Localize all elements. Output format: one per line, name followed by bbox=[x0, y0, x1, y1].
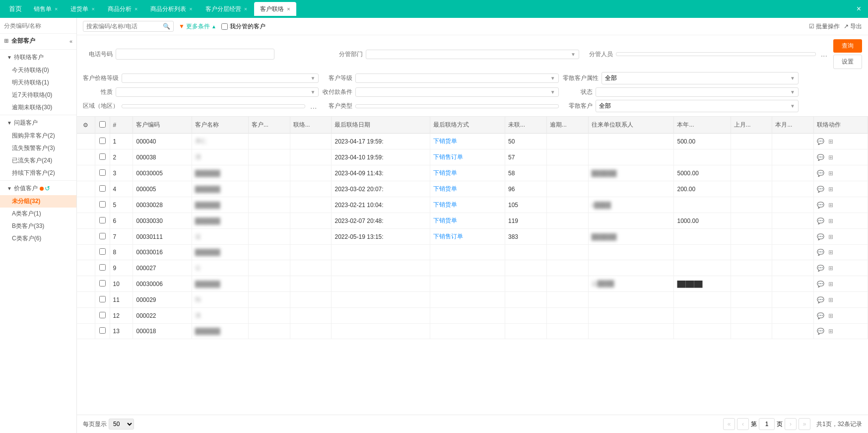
filter-search-icon[interactable]: 🔍 bbox=[163, 23, 170, 30]
grid-action-icon[interactable]: ⊞ bbox=[828, 233, 833, 240]
query-button[interactable]: 查询 bbox=[833, 39, 862, 53]
sidebar-group-value[interactable]: ▼ 价值客户 ↺ bbox=[0, 182, 76, 195]
contact-way-link[interactable]: 下销货单 bbox=[433, 217, 457, 224]
manager-select[interactable] bbox=[616, 52, 816, 56]
status-select[interactable]: ▼ bbox=[596, 87, 799, 97]
row-checkbox[interactable] bbox=[99, 296, 106, 302]
nature-select[interactable]: ▼ bbox=[116, 87, 319, 97]
contact-way-link[interactable]: 下销售订单 bbox=[433, 233, 463, 240]
td-checkbox[interactable] bbox=[95, 260, 110, 276]
grid-action-icon[interactable]: ⊞ bbox=[828, 202, 833, 209]
th-settings[interactable]: ⚙ bbox=[77, 117, 95, 134]
close-product-analysis-tab-icon[interactable]: × bbox=[134, 6, 137, 12]
td-checkbox[interactable] bbox=[95, 197, 110, 213]
sidebar-group-problem[interactable]: ▼ 问题客户 bbox=[0, 116, 76, 130]
sidebar-item-type-c[interactable]: C类客户(6) bbox=[0, 232, 76, 245]
sidebar-item-churned[interactable]: 已流失客户(24) bbox=[0, 154, 76, 167]
message-icon[interactable]: 💬 bbox=[817, 328, 824, 335]
sidebar-all-customers[interactable]: ⊞ 全部客户 « bbox=[0, 34, 76, 48]
nav-tab-sales[interactable]: 销售单 × bbox=[28, 2, 64, 16]
first-page-button[interactable]: « bbox=[723, 418, 735, 430]
message-icon[interactable]: 💬 bbox=[817, 217, 824, 224]
row-checkbox[interactable] bbox=[99, 327, 106, 334]
message-icon[interactable]: 💬 bbox=[817, 265, 824, 272]
customer-type-select[interactable] bbox=[355, 104, 558, 108]
row-checkbox[interactable] bbox=[99, 248, 106, 255]
filter-search-box[interactable]: 🔍 bbox=[83, 21, 174, 32]
grid-action-icon[interactable]: ⊞ bbox=[828, 170, 833, 177]
close-sales-tab-icon[interactable]: × bbox=[55, 6, 58, 12]
settings-icon[interactable]: ⚙ bbox=[83, 122, 88, 129]
sidebar-item-7days-pending[interactable]: 近7天待联络(0) bbox=[0, 89, 76, 101]
close-product-list-tab-icon[interactable]: × bbox=[189, 6, 192, 12]
filter-my-customers[interactable]: 我分管的客户 bbox=[221, 22, 266, 31]
grid-action-icon[interactable]: ⊞ bbox=[828, 281, 833, 288]
last-page-button[interactable]: » bbox=[799, 418, 810, 430]
retail-customer-select[interactable]: 全部 ▼ bbox=[596, 100, 799, 112]
manager-dots[interactable]: ... bbox=[819, 50, 829, 58]
message-icon[interactable]: 💬 bbox=[817, 312, 824, 319]
sidebar-item-type-b[interactable]: B类客户(33) bbox=[0, 220, 76, 232]
td-checkbox[interactable] bbox=[95, 245, 110, 260]
export-button[interactable]: ↗ 导出 bbox=[844, 22, 862, 31]
grid-action-icon[interactable]: ⊞ bbox=[828, 265, 833, 272]
row-checkbox[interactable] bbox=[99, 169, 106, 176]
nav-tab-product-list[interactable]: 商品分析列表 × bbox=[144, 2, 198, 16]
td-checkbox[interactable] bbox=[95, 292, 110, 308]
payment-select[interactable]: ▼ bbox=[355, 87, 558, 97]
td-checkbox[interactable] bbox=[95, 213, 110, 229]
customer-tier-select[interactable]: ▼ bbox=[355, 73, 558, 83]
contact-way-link[interactable]: 下销货单 bbox=[433, 169, 457, 176]
grid-action-icon[interactable]: ⊞ bbox=[828, 296, 833, 303]
phone-input[interactable] bbox=[116, 49, 274, 60]
td-checkbox[interactable] bbox=[95, 276, 110, 292]
sidebar-item-declining[interactable]: 持续下滑客户(2) bbox=[0, 167, 76, 179]
td-checkbox[interactable] bbox=[95, 324, 110, 339]
contact-way-link[interactable]: 下销货单 bbox=[433, 201, 457, 208]
sidebar-item-churn-warning[interactable]: 流失预警客户(3) bbox=[0, 142, 76, 154]
sidebar-collapse-icon[interactable]: « bbox=[69, 38, 72, 44]
sidebar-group-pending[interactable]: ▼ 待联络客户 bbox=[0, 51, 76, 64]
message-icon[interactable]: 💬 bbox=[817, 249, 824, 256]
sidebar-item-today-pending[interactable]: 今天待联络(0) bbox=[0, 64, 76, 76]
message-icon[interactable]: 💬 bbox=[817, 281, 824, 288]
filter-more-button[interactable]: ▼ 更多条件 ▲ bbox=[179, 22, 216, 31]
price-tier-select[interactable]: ▼ bbox=[122, 73, 319, 83]
td-checkbox[interactable] bbox=[95, 308, 110, 324]
th-checkbox[interactable] bbox=[95, 117, 110, 134]
dept-select[interactable]: ▼ bbox=[366, 50, 579, 59]
row-checkbox[interactable] bbox=[99, 153, 106, 160]
row-checkbox[interactable] bbox=[99, 312, 106, 318]
close-customer-tier-tab-icon[interactable]: × bbox=[244, 6, 247, 12]
nav-tab-purchase[interactable]: 进货单 × bbox=[65, 2, 100, 16]
grid-action-icon[interactable]: ⊞ bbox=[828, 328, 833, 335]
filter-search-input[interactable] bbox=[86, 23, 161, 30]
grid-action-icon[interactable]: ⊞ bbox=[828, 186, 833, 193]
nav-tab-customer-tier[interactable]: 客户分层经营 × bbox=[200, 2, 253, 16]
reset-button[interactable]: 设置 bbox=[833, 55, 862, 69]
row-checkbox[interactable] bbox=[99, 264, 106, 271]
td-checkbox[interactable] bbox=[95, 181, 110, 197]
page-number-input[interactable] bbox=[759, 418, 775, 430]
message-icon[interactable]: 💬 bbox=[817, 170, 824, 177]
sidebar-item-abnormal[interactable]: 囤购异常客户(2) bbox=[0, 130, 76, 142]
region-dots[interactable]: ... bbox=[308, 102, 319, 110]
my-customers-checkbox[interactable] bbox=[221, 23, 228, 30]
row-checkbox[interactable] bbox=[99, 233, 106, 239]
message-icon[interactable]: 💬 bbox=[817, 138, 824, 145]
retail-attr-select[interactable]: 全部 ▼ bbox=[601, 72, 799, 84]
td-checkbox[interactable] bbox=[95, 149, 110, 165]
contact-way-link[interactable]: 下销货单 bbox=[433, 185, 457, 192]
message-icon[interactable]: 💬 bbox=[817, 186, 824, 193]
grid-action-icon[interactable]: ⊞ bbox=[828, 138, 833, 145]
sidebar-item-tomorrow-pending[interactable]: 明天待联络(1) bbox=[0, 76, 76, 89]
row-checkbox[interactable] bbox=[99, 201, 106, 208]
page-size-select[interactable]: 50 20 100 bbox=[109, 419, 134, 430]
grid-action-icon[interactable]: ⊞ bbox=[828, 154, 833, 161]
message-icon[interactable]: 💬 bbox=[817, 233, 824, 240]
sidebar-search-input[interactable] bbox=[4, 22, 77, 29]
close-customer-contact-tab-icon[interactable]: × bbox=[287, 6, 290, 12]
row-checkbox[interactable] bbox=[99, 138, 106, 144]
contact-way-link[interactable]: 下销售订单 bbox=[433, 153, 463, 160]
td-checkbox[interactable] bbox=[95, 229, 110, 245]
